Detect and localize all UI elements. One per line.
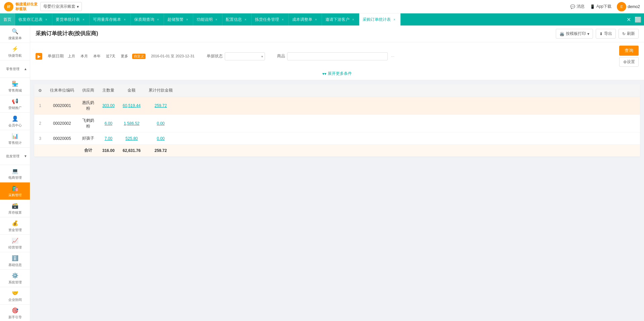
table-row: 3 00020005 好孩子 7.00 525.80 0.00: [34, 132, 640, 145]
date-shortcuts: 上月 本月 本年 近7天 更多: [66, 53, 130, 59]
paid-link[interactable]: 0.00: [157, 121, 164, 126]
shortcut-this-year[interactable]: 本年: [91, 53, 103, 59]
paid-link[interactable]: 259.72: [155, 103, 167, 108]
amount-link[interactable]: 525.80: [125, 136, 138, 141]
col-settings[interactable]: ⚙: [34, 84, 46, 97]
footer-paid: 259.72: [145, 145, 177, 157]
goods-input[interactable]: [287, 52, 388, 60]
goods-filter-label: 商品: [277, 53, 285, 59]
goods-filter-group: 商品 ···: [277, 52, 394, 60]
chevron-down-icon: ▼: [24, 154, 27, 158]
user-profile[interactable]: E demo2: [617, 2, 640, 11]
tab-config-info[interactable]: 配置信息 ×: [222, 13, 252, 25]
tab-invite-downstream[interactable]: 邀请下游客户 ×: [322, 13, 359, 25]
message-button[interactable]: 💬 消息: [570, 4, 585, 9]
date-range-display: 2016-01-01 至 2023-12-31: [151, 54, 195, 59]
sidebar-item-retail-stats[interactable]: 📊 零售统计: [0, 130, 30, 148]
settings-button[interactable]: ⚙ 设置: [619, 57, 639, 67]
sidebar-item-basic-info[interactable]: ℹ️ 基础信息: [0, 252, 30, 270]
stats-icon: 📊: [12, 133, 18, 139]
close-tab-cost-adjust[interactable]: ×: [314, 17, 318, 22]
tab-purchase-summary[interactable]: 采购订单统计表 ×: [359, 13, 400, 25]
tab-warranty-query[interactable]: 保质期查询 ×: [131, 13, 164, 25]
sidebar-item-ecommerce[interactable]: 💻 电商管理: [0, 165, 30, 182]
query-button[interactable]: 查询: [619, 46, 639, 56]
paid-cell: 0.00: [145, 115, 177, 132]
main-layout: 🔍 搜索菜单 ⚡ 快捷导航 零售管理 ▲ 🏪 零售商城 📢 营销推广 👤 会员中…: [0, 25, 644, 321]
col-supplier: 供应商: [78, 84, 98, 97]
shortcut-7days[interactable]: 近7天: [104, 53, 117, 59]
sidebar-item-enterprise[interactable]: 🤝 企业协同: [0, 287, 30, 305]
tab-receive-summary[interactable]: 收发存汇总表 ×: [15, 13, 52, 25]
avatar: E: [617, 2, 626, 11]
close-tab-picking-task[interactable]: ×: [280, 17, 285, 22]
qty-link[interactable]: 7.00: [105, 136, 112, 141]
unit-code-cell: 00020001: [46, 97, 78, 115]
maximize-button[interactable]: ⬜: [635, 16, 641, 23]
close-tab-config-info[interactable]: ×: [243, 17, 248, 22]
sidebar-item-guide[interactable]: 🎯 新手引导: [0, 305, 30, 321]
tab-function-desc[interactable]: 功能说明 ×: [193, 13, 222, 25]
sidebar-item-retail-mall[interactable]: 🏪 零售商城: [0, 78, 30, 95]
workspace-selector[interactable]: 母婴行业演示账套 ▾: [40, 2, 82, 11]
paid-link[interactable]: 0.00: [157, 136, 164, 141]
qty-link[interactable]: 303.00: [102, 103, 115, 108]
goods-more-icon[interactable]: ···: [391, 54, 394, 59]
close-tab-order-summary[interactable]: ×: [81, 17, 86, 22]
shortcut-more[interactable]: 更多: [119, 53, 130, 59]
tab-overstock-alert[interactable]: 超储预警 ×: [164, 13, 193, 25]
supplier-cell: 飞鹤奶粉: [78, 115, 98, 132]
sidebar-item-quicknav[interactable]: ⚡ 快捷导航: [0, 43, 30, 60]
paid-cell: 0.00: [145, 132, 177, 145]
sidebar-item-inventory[interactable]: 🗃️ 库存核算: [0, 200, 30, 217]
page-actions: 🖨️ 按模板打印 ▾ ⬇ 导出 ↻ 刷新: [556, 29, 639, 39]
sidebar-item-retail-mgmt[interactable]: 零售管理 ▲: [0, 60, 30, 78]
sidebar-item-purchase[interactable]: 🛍️ 采购管理: [0, 182, 30, 200]
tab-cost-adjust[interactable]: 成本调整单 ×: [289, 13, 322, 25]
sidebar-item-marketing[interactable]: 📢 营销推广: [0, 95, 30, 113]
sidebar-item-system[interactable]: ⚙️ 系统管理: [0, 270, 30, 287]
close-tab-invite-downstream[interactable]: ×: [351, 17, 356, 22]
tab-order-summary[interactable]: 要货单统计表 ×: [52, 13, 90, 25]
expand-filters-button[interactable]: ▾▾ 展开更多条件: [322, 71, 352, 76]
close-tab-purchase-summary[interactable]: ×: [392, 17, 397, 22]
refresh-icon: ↻: [622, 32, 626, 36]
sidebar-item-search[interactable]: 🔍 搜索菜单: [0, 25, 30, 43]
shortcut-this-month[interactable]: 本月: [78, 53, 90, 59]
close-all-tabs-button[interactable]: ✕: [625, 16, 632, 23]
app-download-button[interactable]: 📱 App下载: [590, 4, 611, 9]
export-button[interactable]: ⬇ 导出: [596, 29, 616, 39]
settings-icon: ⚙: [623, 60, 627, 64]
qty-link[interactable]: 6.00: [105, 121, 112, 126]
close-tab-function-desc[interactable]: ×: [214, 17, 219, 22]
tab-home[interactable]: 首页: [0, 13, 15, 25]
filter-toggle[interactable]: ▶: [36, 53, 42, 60]
top-bar: 好 畅捷通好生意 标签版 母婴行业演示账套 ▾ 💬 消息 📱 App下载 E d…: [0, 0, 644, 13]
sidebar-item-finance[interactable]: 💰 资金管理: [0, 217, 30, 235]
status-select[interactable]: [225, 52, 265, 60]
amount-link[interactable]: 60,519.44: [123, 103, 141, 108]
tab-picking-task[interactable]: 拣货任务管理 ×: [252, 13, 289, 25]
col-paid: 累计付款金额: [145, 84, 177, 97]
table-row: 1 00020001 惠氏奶粉 303.00 60,519.44 259.72: [34, 97, 640, 115]
close-tab-available-stock[interactable]: ×: [122, 17, 127, 22]
close-tab-overstock-alert[interactable]: ×: [185, 17, 190, 22]
username-label: demo2: [628, 4, 640, 9]
tab-available-stock[interactable]: 可用量库存账本 ×: [90, 13, 131, 25]
logo-area: 好 畅捷通好生意 标签版: [4, 2, 38, 11]
close-tab-warranty-query[interactable]: ×: [156, 17, 160, 22]
sidebar-item-wholesale[interactable]: 批发管理 ▼: [0, 148, 30, 165]
mall-icon: 🏪: [12, 81, 18, 87]
qty-cell: 303.00: [98, 97, 119, 115]
shortcut-last-month[interactable]: 上月: [66, 53, 77, 59]
sidebar-item-operations[interactable]: 📈 经营管理: [0, 235, 30, 252]
date-range-group: 2016-01-01 至 2023-12-31: [151, 54, 195, 59]
date-filter-group: 单据日期 上月 本月 本年 近7天 更多 自定义: [48, 53, 146, 59]
refresh-button[interactable]: ↻ 刷新: [619, 29, 639, 39]
amount-link[interactable]: 1,586.52: [124, 121, 140, 126]
close-tab-receive-summary[interactable]: ×: [44, 17, 49, 22]
supplier-cell: 好孩子: [78, 132, 98, 145]
sidebar-item-member[interactable]: 👤 会员中心: [0, 113, 30, 130]
nav-tabs-end: ✕ ⬜: [623, 16, 644, 23]
template-print-button[interactable]: 🖨️ 按模板打印 ▾: [556, 29, 593, 39]
